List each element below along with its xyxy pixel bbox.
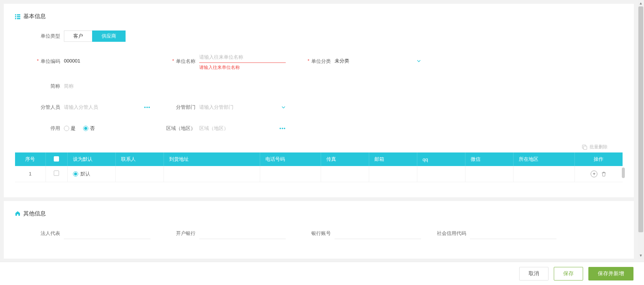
disabled-no-label: 否 <box>90 125 95 132</box>
assign-person-select[interactable]: 请输入分管人员 ••• <box>64 102 150 113</box>
col-index: 序号 <box>15 152 45 166</box>
region-label: 区域（地区） <box>162 125 199 132</box>
col-email: 邮箱 <box>369 152 417 166</box>
unit-code-input[interactable] <box>64 56 150 67</box>
table-row: 1 默认 <box>15 166 623 182</box>
disabled-yes-radio[interactable]: 是 <box>64 125 76 132</box>
col-phone: 电话号码 <box>260 152 321 166</box>
svg-rect-0 <box>15 14 16 15</box>
unit-type-toggle: 客户 供应商 <box>64 30 126 42</box>
col-fax: 传真 <box>321 152 369 166</box>
short-name-label: 简称 <box>26 83 64 90</box>
bank-account-label: 银行账号 <box>297 230 335 237</box>
col-action: 操作 <box>574 152 623 166</box>
legal-rep-label: 法人代表 <box>26 230 64 237</box>
cell-email[interactable] <box>369 166 417 182</box>
col-contact: 联系人 <box>115 152 164 166</box>
svg-rect-1 <box>17 14 20 15</box>
cell-address[interactable] <box>164 166 260 182</box>
scrollbar-thumb[interactable] <box>638 6 643 232</box>
delete-row-button[interactable] <box>601 171 606 177</box>
radio-icon <box>73 171 78 177</box>
unit-code-label: 单位编码 <box>26 58 64 65</box>
col-default: 设为默认 <box>68 152 116 166</box>
page-scroll[interactable]: 基本信息 单位类型 客户 供应商 单位编码 单位名称 <box>0 0 638 259</box>
bank-account-input[interactable] <box>335 228 421 239</box>
disabled-yes-label: 是 <box>71 125 76 132</box>
unit-type-customer-button[interactable]: 客户 <box>64 30 92 42</box>
batch-delete-button[interactable]: 批量删除 <box>15 144 623 150</box>
col-address: 到货地址 <box>164 152 260 166</box>
unit-name-error: 请输入往来单位名称 <box>199 64 286 71</box>
bank-label: 开户银行 <box>162 230 199 237</box>
cell-index: 1 <box>15 166 45 182</box>
svg-rect-5 <box>17 18 20 19</box>
cancel-button[interactable]: 取消 <box>519 267 549 280</box>
chevron-down-icon <box>281 105 286 110</box>
page-scrollbar[interactable]: ▲ ▼ <box>638 0 644 259</box>
unit-type-label: 单位类型 <box>26 33 64 40</box>
bank-input[interactable] <box>199 228 286 239</box>
copy-icon <box>582 145 587 150</box>
disabled-radio-group: 是 否 <box>64 125 95 132</box>
unit-category-select[interactable]: 未分类 <box>335 56 421 67</box>
assign-person-label: 分管人员 <box>26 104 64 111</box>
cell-wechat[interactable] <box>465 166 513 182</box>
region-select[interactable]: 区域（地区） ••• <box>199 123 286 134</box>
row-default-label: 默认 <box>80 171 90 177</box>
assign-dept-label: 分管部门 <box>162 104 199 111</box>
credit-code-label: 社会信用代码 <box>432 230 470 237</box>
basic-info-panel: 基本信息 单位类型 客户 供应商 单位编码 单位名称 <box>4 4 634 197</box>
assign-person-placeholder: 请输入分管人员 <box>64 104 98 111</box>
cell-phone[interactable] <box>260 166 321 182</box>
save-button[interactable]: 保存 <box>554 267 583 280</box>
basic-info-header: 基本信息 <box>15 13 623 20</box>
unit-name-label: 单位名称 <box>162 58 199 65</box>
radio-icon <box>83 126 88 131</box>
col-region: 所在地区 <box>513 152 574 166</box>
batch-delete-label: 批量删除 <box>589 144 608 150</box>
scroll-up-icon[interactable]: ▲ <box>638 0 644 6</box>
disabled-no-radio[interactable]: 否 <box>83 125 95 132</box>
cell-contact[interactable] <box>115 166 164 182</box>
house-icon <box>15 211 20 216</box>
basic-info-title: 基本信息 <box>23 13 46 20</box>
assign-dept-placeholder: 请输入分管部门 <box>199 104 233 111</box>
credit-code-input[interactable] <box>470 228 556 239</box>
table-scrollbar-thumb[interactable] <box>622 168 625 178</box>
other-info-panel: 其他信息 法人代表 开户银行 银行账号 社会信用代码 <box>4 201 634 259</box>
row-checkbox[interactable] <box>54 171 59 176</box>
row-default-radio[interactable]: 默认 <box>73 171 110 177</box>
col-qq: qq <box>417 152 465 166</box>
disabled-label: 停用 <box>26 125 64 132</box>
contacts-table-wrap: 序号 设为默认 联系人 到货地址 电话号码 传真 邮箱 qq 微信 所在地区 <box>15 152 623 182</box>
col-wechat: 微信 <box>465 152 513 166</box>
svg-rect-3 <box>17 16 20 17</box>
cell-qq[interactable] <box>417 166 465 182</box>
short-name-input[interactable] <box>64 81 150 92</box>
other-info-title: 其他信息 <box>23 210 46 217</box>
add-row-button[interactable]: + <box>591 171 597 177</box>
contacts-table: 序号 设为默认 联系人 到货地址 电话号码 传真 邮箱 qq 微信 所在地区 <box>15 152 623 182</box>
svg-rect-7 <box>583 146 587 149</box>
ellipsis-icon[interactable]: ••• <box>279 125 286 131</box>
footer-bar: 取消 保存 保存并新增 <box>0 262 644 285</box>
unit-category-label: 单位分类 <box>297 58 335 65</box>
scroll-down-icon[interactable]: ▼ <box>638 252 644 259</box>
unit-type-supplier-button[interactable]: 供应商 <box>92 30 126 42</box>
cell-fax[interactable] <box>321 166 369 182</box>
unit-category-value: 未分类 <box>335 58 349 64</box>
legal-rep-input[interactable] <box>64 228 150 239</box>
cell-region[interactable] <box>513 166 574 182</box>
header-checkbox[interactable] <box>54 156 59 162</box>
unit-name-input[interactable] <box>199 52 286 63</box>
svg-rect-2 <box>15 16 16 17</box>
assign-dept-select[interactable]: 请输入分管部门 <box>199 102 286 113</box>
ellipsis-icon[interactable]: ••• <box>144 104 150 110</box>
save-and-new-button[interactable]: 保存并新增 <box>588 267 633 280</box>
radio-icon <box>64 126 69 131</box>
list-icon <box>15 14 20 19</box>
chevron-down-icon <box>417 59 421 63</box>
svg-rect-4 <box>15 18 16 19</box>
region-placeholder: 区域（地区） <box>199 125 229 132</box>
